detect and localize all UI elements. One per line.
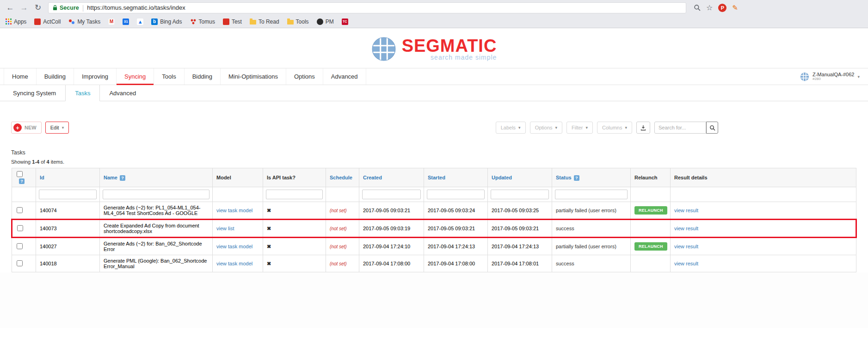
bookmark-tc[interactable]: TC: [342, 18, 348, 25]
edit-button[interactable]: Edit ▾: [45, 122, 69, 134]
bookmark-gmail[interactable]: M: [108, 18, 115, 25]
export-download-button[interactable]: [636, 122, 650, 134]
bookmark-test[interactable]: Test: [223, 18, 242, 25]
bookmark-pm[interactable]: PM: [317, 18, 334, 25]
help-icon[interactable]: ?: [574, 175, 579, 181]
download-icon: [640, 125, 646, 131]
bookmark-my-tasks[interactable]: My Tasks: [68, 18, 100, 25]
column-header-updated[interactable]: Updated: [492, 175, 512, 180]
nav-item-building[interactable]: Building: [37, 68, 74, 85]
view-result-link[interactable]: view result: [674, 208, 698, 213]
schedule-not-set: (not set): [330, 226, 347, 231]
search-input[interactable]: [654, 122, 706, 134]
relaunch-button[interactable]: RELAUNCH: [634, 206, 667, 215]
relaunch-button[interactable]: RELAUNCH: [634, 242, 667, 251]
nav-item-bidding[interactable]: Bidding: [185, 68, 221, 85]
browser-chrome: ← → ↻ Secure | https://tomus.segmatic.io…: [0, 0, 868, 28]
help-icon[interactable]: ?: [19, 178, 25, 184]
column-header-status[interactable]: Status: [556, 175, 572, 180]
extension-pencil-icon[interactable]: ✎: [732, 4, 738, 12]
cell-updated: 2017-09-05 09:03:21: [488, 220, 552, 238]
nav-item-mini-optimisations[interactable]: Mini-Optimisations: [221, 68, 286, 85]
bookmark-analytics[interactable]: ▲: [137, 18, 143, 25]
row-checkbox[interactable]: [17, 225, 23, 231]
bookmark-label: Tomus: [199, 18, 215, 25]
test-icon: [223, 18, 229, 25]
bookmark-calendar[interactable]: 31: [123, 18, 129, 25]
extension-p-icon[interactable]: P: [718, 4, 726, 12]
filter-input-status[interactable]: [555, 190, 628, 199]
filter-input-id[interactable]: [39, 190, 97, 199]
nav-item-syncing[interactable]: Syncing: [117, 68, 154, 85]
bookmark-apps[interactable]: Apps: [6, 18, 26, 25]
bookmark-label: PM: [326, 18, 334, 25]
bookmark-tools[interactable]: Tools: [287, 18, 309, 25]
subnav-item-tasks[interactable]: Tasks: [65, 85, 100, 101]
schedule-not-set: (not set): [330, 208, 347, 213]
calendar-icon: 31: [123, 18, 129, 25]
row-checkbox[interactable]: [17, 207, 23, 213]
filter-input-is-api-task[interactable]: [266, 190, 323, 199]
column-header-name[interactable]: Name: [104, 175, 117, 180]
filter-input-name[interactable]: [103, 190, 209, 199]
bookmark-to-read[interactable]: To Read: [250, 18, 279, 25]
columns-button[interactable]: Columns ▾: [597, 122, 632, 134]
filter-input-started[interactable]: [427, 190, 485, 199]
labels-button-label: Labels: [501, 125, 516, 130]
cell-name: Generate PML (Google): Ban_062_Shortcode…: [100, 255, 213, 272]
labels-button[interactable]: Labels ▾: [496, 122, 526, 134]
secure-indicator[interactable]: Secure: [53, 5, 79, 11]
cell-status: success: [552, 255, 631, 272]
sub-nav: Syncing System Tasks Advanced: [0, 85, 868, 101]
subnav-item-advanced[interactable]: Advanced: [100, 85, 145, 101]
view-result-link[interactable]: view result: [674, 226, 698, 231]
cell-started: 2017-09-04 17:24:13: [424, 238, 488, 255]
new-button[interactable]: + NEW: [11, 122, 42, 134]
zoom-icon[interactable]: [694, 4, 701, 11]
bookmark-bing-ads[interactable]: b Bing Ads: [151, 18, 182, 25]
view-task-model-link[interactable]: view task model: [216, 208, 252, 213]
subnav-item-syncing-system[interactable]: Syncing System: [4, 85, 65, 101]
folder-icon: [287, 20, 294, 25]
column-header-schedule[interactable]: Schedule: [330, 175, 352, 180]
help-icon[interactable]: ?: [120, 175, 125, 181]
column-header-id[interactable]: Id: [40, 175, 44, 180]
view-task-model-link[interactable]: view task model: [216, 261, 252, 266]
refresh-button[interactable]: ↻: [32, 2, 43, 13]
cell-name: Generate Ads (~2) for: PL1_054-ML1_054-M…: [100, 202, 213, 220]
view-result-link[interactable]: view result: [674, 261, 698, 266]
filter-input-updated[interactable]: [491, 190, 549, 199]
bookmark-actcoll[interactable]: ActColl: [34, 18, 61, 25]
column-header-created[interactable]: Created: [363, 175, 382, 180]
view-task-model-link[interactable]: view task model: [216, 244, 252, 249]
nav-item-options[interactable]: Options: [286, 68, 323, 85]
bookmark-star-icon[interactable]: ☆: [706, 4, 713, 12]
bookmark-tomus[interactable]: Tomus: [190, 18, 215, 25]
column-header-started[interactable]: Started: [428, 175, 445, 180]
select-all-checkbox[interactable]: [17, 171, 23, 177]
address-bar[interactable]: Secure | https://tomus.segmatic.io/tasks…: [48, 2, 686, 13]
cross-icon: ✖: [267, 208, 271, 213]
filter-button[interactable]: Filter ▾: [566, 122, 593, 134]
search-button[interactable]: [706, 122, 718, 134]
bookmarks-bar: Apps ActColl My Tasks M 31 ▲ b Bing Ads …: [0, 15, 868, 28]
nav-item-advanced[interactable]: Advanced: [323, 68, 366, 85]
options-button[interactable]: Options ▾: [530, 122, 562, 134]
view-list-link[interactable]: view list: [216, 226, 234, 231]
view-result-link[interactable]: view result: [674, 244, 698, 249]
row-checkbox[interactable]: [17, 260, 23, 266]
nav-item-home[interactable]: Home: [4, 68, 37, 85]
back-button[interactable]: ←: [5, 2, 16, 13]
row-checkbox[interactable]: [17, 243, 23, 249]
cross-icon: ✖: [267, 244, 271, 249]
filter-input-created[interactable]: [362, 190, 421, 199]
header-row: ? Id Name? Model Is API task? Schedule C…: [12, 168, 856, 187]
main-nav: Home Building Improving Syncing Tools Bi…: [0, 68, 868, 85]
apps-grid-icon: [6, 18, 12, 25]
cell-started: 2017-09-05 09:03:24: [424, 202, 488, 220]
forward-button[interactable]: →: [18, 2, 30, 13]
nav-item-tools[interactable]: Tools: [154, 68, 184, 85]
search-icon: [709, 125, 715, 131]
user-menu[interactable]: Z-ManualQA-#062 #280 ▾: [800, 68, 860, 85]
nav-item-improving[interactable]: Improving: [74, 68, 117, 85]
